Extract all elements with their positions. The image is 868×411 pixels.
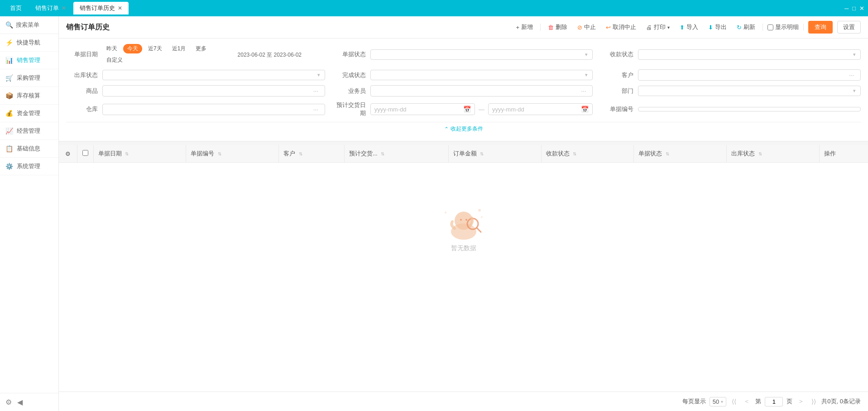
tab-sales-order[interactable]: 销售订单 ✕ bbox=[29, 2, 72, 15]
product-dots[interactable]: ··· bbox=[312, 87, 320, 94]
warehouse-dots[interactable]: ··· bbox=[312, 106, 320, 113]
order-status-select[interactable]: ▾ bbox=[370, 49, 593, 60]
tab-sales-order-history[interactable]: 销售订单历史 ✕ bbox=[73, 2, 129, 15]
refresh-label: 刷新 bbox=[743, 23, 755, 31]
window-minimize[interactable]: ─ bbox=[844, 5, 849, 12]
next-page-button[interactable]: ＞ bbox=[796, 396, 806, 406]
display-columns-checkbox[interactable] bbox=[767, 24, 773, 30]
out-status-select[interactable]: ▾ bbox=[102, 70, 325, 80]
sidebar: 🔍 搜索菜单 ⚡ 快捷导航 📊 销售管理 🛒 采购管理 📦 库存核算 💰 资金管… bbox=[0, 16, 59, 411]
tab-home[interactable]: + 新增 首页 bbox=[4, 2, 28, 15]
calendar-to-icon[interactable]: 📅 bbox=[581, 106, 589, 113]
export-label: 导出 bbox=[715, 23, 727, 31]
sort-date-icon: ⇅ bbox=[125, 151, 129, 156]
last-page-button[interactable]: ⟩⟩ bbox=[810, 397, 818, 406]
sidebar-collapse-icon[interactable]: ◀ bbox=[17, 398, 23, 406]
print-icon: 🖨 bbox=[646, 24, 652, 31]
page-size-dropdown-icon: ▾ bbox=[721, 399, 723, 404]
sidebar-item-basic-info[interactable]: 📋 基础信息 bbox=[0, 140, 58, 158]
cancel-stop-icon: ↩ bbox=[606, 24, 611, 31]
th-order-status[interactable]: 单据状态 ⇅ bbox=[634, 145, 727, 163]
filter-col-customer: 客户 ··· bbox=[602, 69, 861, 81]
sidebar-search[interactable]: 🔍 搜索菜单 bbox=[0, 16, 58, 34]
filter-area: 单据日期 昨天 今天 近7天 近1月 更多 自定义 2023-06-02 至 2… bbox=[59, 39, 868, 141]
content-area: 销售订单历史 + 新增 🗑 删除 ⊘ 中止 ↩ 取消中止 bbox=[59, 16, 868, 411]
complete-status-select[interactable]: ▾ bbox=[370, 70, 593, 80]
sidebar-item-finance[interactable]: 💰 资金管理 bbox=[0, 105, 58, 122]
new-button[interactable]: + 新增 bbox=[513, 22, 536, 33]
filter-col-expected-date: 预计交货日期 yyyy-mm-dd 📅 — yyyy-mm-dd 📅 bbox=[334, 101, 593, 117]
settings-button[interactable]: 设置 bbox=[837, 21, 861, 34]
divider-3 bbox=[803, 24, 804, 31]
prev-page-button[interactable]: ＜ bbox=[742, 396, 752, 406]
date-dash: — bbox=[477, 106, 486, 113]
th-out-status[interactable]: 出库状态 ⇅ bbox=[727, 145, 820, 163]
sidebar-item-system-mgmt[interactable]: ⚙️ 系统管理 bbox=[0, 158, 58, 175]
date-custom[interactable]: 自定义 bbox=[102, 55, 127, 65]
stop-label: 中止 bbox=[584, 23, 596, 31]
th-settings[interactable]: ⚙ bbox=[59, 145, 77, 163]
sidebar-settings-icon[interactable]: ⚙ bbox=[5, 398, 12, 406]
delete-label: 删除 bbox=[556, 23, 567, 31]
expected-date-label: 预计交货日期 bbox=[334, 101, 370, 117]
select-all-checkbox[interactable] bbox=[82, 150, 88, 156]
svg-point-3 bbox=[465, 219, 467, 221]
refresh-button[interactable]: ↻ 刷新 bbox=[734, 22, 758, 33]
tab-sales-order-close[interactable]: ✕ bbox=[62, 5, 66, 11]
tab-sales-order-history-close[interactable]: ✕ bbox=[118, 5, 122, 11]
out-status-dropdown-icon: ▾ bbox=[317, 72, 320, 78]
sort-order-status-icon: ⇅ bbox=[666, 151, 669, 156]
date-more[interactable]: 更多 bbox=[192, 44, 211, 53]
delete-button[interactable]: 🗑 删除 bbox=[545, 22, 570, 33]
first-page-button[interactable]: ⟨⟨ bbox=[730, 397, 738, 406]
th-check[interactable] bbox=[77, 145, 93, 163]
salesperson-dots[interactable]: ··· bbox=[580, 87, 588, 94]
date-1month[interactable]: 近1月 bbox=[168, 44, 190, 53]
svg-point-6 bbox=[445, 212, 446, 213]
th-customer[interactable]: 客户 ⇅ bbox=[279, 145, 345, 163]
date-label: 单据日期 bbox=[66, 50, 102, 58]
th-date[interactable]: 单据日期 ⇅ bbox=[93, 145, 186, 163]
sidebar-bottom: ⚙ ◀ bbox=[0, 393, 58, 411]
collapse-bar[interactable]: ⌃ 收起更多条件 bbox=[66, 122, 861, 135]
complete-status-dropdown-icon: ▾ bbox=[585, 72, 588, 78]
sidebar-item-sales-mgmt[interactable]: 📊 销售管理 bbox=[0, 52, 58, 69]
expected-date-from[interactable]: yyyy-mm-dd bbox=[374, 106, 407, 113]
calendar-from-icon[interactable]: 📅 bbox=[463, 106, 471, 113]
import-icon: ⬆ bbox=[680, 24, 685, 31]
query-button[interactable]: 查询 bbox=[808, 21, 833, 34]
tab-bar-right: ─ □ ✕ bbox=[844, 5, 864, 12]
display-columns-checkbox-label[interactable]: 显示明细 bbox=[767, 23, 799, 31]
sidebar-item-operations[interactable]: 📈 经营管理 bbox=[0, 122, 58, 140]
filter-col-date: 单据日期 昨天 今天 近7天 近1月 更多 自定义 2023-06-02 至 2… bbox=[66, 44, 325, 65]
window-maximize[interactable]: □ bbox=[852, 5, 856, 12]
sidebar-item-purchase-mgmt[interactable]: 🛒 采购管理 bbox=[0, 69, 58, 87]
stop-button[interactable]: ⊘ 中止 bbox=[575, 22, 599, 33]
th-order-amount[interactable]: 订单金额 ⇅ bbox=[448, 145, 541, 163]
pay-status-select[interactable]: ▾ bbox=[638, 49, 861, 60]
settings-gear-icon[interactable]: ⚙ bbox=[65, 150, 71, 157]
expected-date-to[interactable]: yyyy-mm-dd bbox=[492, 106, 524, 113]
date-today[interactable]: 今天 bbox=[123, 44, 142, 53]
th-order-no[interactable]: 单据编号 ⇅ bbox=[186, 145, 279, 163]
export-button[interactable]: ⬇ 导出 bbox=[705, 22, 729, 33]
sidebar-item-quick-nav[interactable]: ⚡ 快捷导航 bbox=[0, 34, 58, 52]
sidebar-search-label: 搜索菜单 bbox=[16, 21, 39, 29]
department-select[interactable]: ▾ bbox=[638, 86, 861, 96]
window-close[interactable]: ✕ bbox=[859, 5, 864, 12]
th-expected-date[interactable]: 预计交货... ⇅ bbox=[344, 145, 448, 163]
filter-col-order-status: 单据状态 ▾ bbox=[334, 49, 593, 60]
th-pay-status[interactable]: 收款状态 ⇅ bbox=[541, 145, 634, 163]
sidebar-item-inventory[interactable]: 📦 库存核算 bbox=[0, 87, 58, 105]
page-size-select[interactable]: 50 ▾ bbox=[710, 397, 726, 406]
import-button[interactable]: ⬆ 导入 bbox=[677, 22, 701, 33]
date-yesterday[interactable]: 昨天 bbox=[102, 44, 121, 53]
sort-out-status-icon: ⇅ bbox=[758, 151, 762, 156]
date-7days[interactable]: 近7天 bbox=[144, 44, 166, 53]
print-button[interactable]: 🖨 打印 ▾ bbox=[643, 22, 672, 33]
customer-dots[interactable]: ··· bbox=[847, 72, 856, 78]
page-size-value: 50 bbox=[713, 398, 719, 405]
search-icon: 🔍 bbox=[5, 21, 13, 29]
page-number-input[interactable] bbox=[765, 397, 783, 406]
cancel-stop-button[interactable]: ↩ 取消中止 bbox=[603, 22, 639, 33]
